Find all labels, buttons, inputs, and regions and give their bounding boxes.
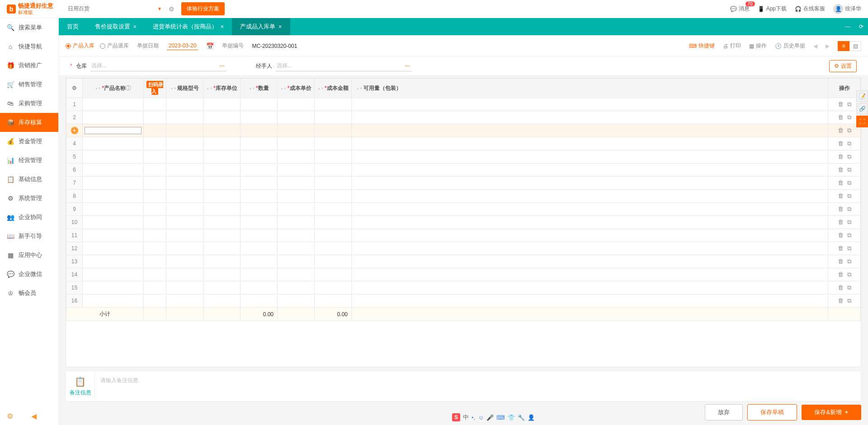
col-product-name[interactable]: ▲▼*产品名称ⓘ (83, 79, 144, 98)
col-available[interactable]: ▲▼可用量（包装） (352, 79, 828, 98)
close-icon[interactable]: × (278, 23, 282, 30)
col-cost-amt[interactable]: ▲▼*成本金额 (315, 79, 352, 98)
cell-unit[interactable] (203, 268, 241, 281)
sidebar-item-inventory[interactable]: 📦库存核算 (0, 113, 58, 132)
cell-unit[interactable] (203, 203, 241, 216)
ime-sogou-icon[interactable]: S (452, 413, 460, 421)
cell-available[interactable] (352, 242, 828, 255)
cell-unit[interactable] (203, 255, 241, 268)
cell-qty[interactable] (241, 216, 278, 229)
lookup-icon[interactable]: ⋯ (219, 63, 225, 69)
cell-amt[interactable] (315, 177, 352, 190)
cell-qty[interactable] (241, 137, 278, 150)
warehouse-input[interactable]: 选择... ⋯ (90, 61, 226, 71)
cell-amt[interactable] (315, 98, 352, 111)
view-card-button[interactable]: ▤ (849, 41, 861, 51)
cell-product-name[interactable] (83, 216, 144, 229)
cell-spec[interactable] (166, 255, 203, 268)
cell-spec[interactable] (166, 150, 203, 163)
cell-scan[interactable] (144, 281, 166, 294)
minimize-icon[interactable]: ― (841, 23, 854, 30)
help-icon[interactable]: ⓘ (126, 85, 131, 91)
delete-row-icon[interactable]: 🗑 (838, 284, 844, 291)
cell-scan[interactable] (144, 190, 166, 203)
copy-row-icon[interactable]: ⧉ (847, 153, 851, 160)
cell-qty[interactable] (241, 203, 278, 216)
add-row-icon[interactable]: + (71, 127, 78, 134)
action-link[interactable]: ▦操作 (749, 42, 767, 50)
cell-qty[interactable] (241, 111, 278, 124)
date-input[interactable]: 2023-03-20 (167, 42, 198, 50)
cell-scan[interactable] (144, 177, 166, 190)
delete-row-icon[interactable]: 🗑 (838, 245, 844, 252)
copy-row-icon[interactable]: ⧉ (847, 192, 851, 199)
online-service-link[interactable]: 🎧 在线客服 (795, 5, 825, 13)
cell-available[interactable] (352, 281, 828, 294)
cell-product-name[interactable] (83, 124, 144, 137)
cell-scan[interactable] (144, 268, 166, 281)
cell-unit[interactable] (203, 177, 241, 190)
cell-scan[interactable] (144, 229, 166, 242)
cell-spec[interactable] (166, 242, 203, 255)
cell-qty[interactable] (241, 177, 278, 190)
table-row[interactable]: 6🗑⧉ (66, 163, 861, 177)
copy-row-icon[interactable]: ⧉ (847, 140, 851, 147)
ime-voice-icon[interactable]: 🎤 (486, 414, 494, 421)
ime-smile-icon[interactable]: ☺ (478, 414, 484, 421)
cell-unit[interactable] (203, 242, 241, 255)
cell-price[interactable] (278, 281, 315, 294)
cell-product-name[interactable] (83, 203, 144, 216)
cell-price[interactable] (278, 163, 315, 177)
cell-unit[interactable] (203, 229, 241, 242)
message-link[interactable]: 💬 消息 70 (730, 5, 750, 13)
cell-unit[interactable] (203, 137, 241, 150)
cell-amt[interactable] (315, 255, 352, 268)
tab-product-inbound[interactable]: 产成品入库单× (232, 18, 290, 35)
cell-qty[interactable] (241, 124, 278, 137)
cell-spec[interactable] (166, 111, 203, 124)
cell-unit[interactable] (203, 281, 241, 294)
float-note-button[interactable]: 📝 (856, 90, 868, 102)
col-spec[interactable]: ▲▼规格型号 (166, 79, 203, 98)
cell-unit[interactable] (203, 111, 241, 124)
cell-amt[interactable] (315, 203, 352, 216)
cell-price[interactable] (278, 255, 315, 268)
close-icon[interactable]: × (133, 23, 137, 30)
cell-available[interactable] (352, 190, 828, 203)
cell-product-name[interactable] (83, 255, 144, 268)
trial-button[interactable]: 体验行业方案 (181, 2, 225, 15)
col-qty[interactable]: ▲▼*数量 (241, 79, 278, 98)
cell-product-name[interactable] (83, 177, 144, 190)
cell-unit[interactable] (203, 163, 241, 177)
cell-scan[interactable] (144, 216, 166, 229)
cell-spec[interactable] (166, 216, 203, 229)
table-row[interactable]: 15🗑⧉ (66, 281, 861, 294)
delete-row-icon[interactable]: 🗑 (838, 219, 844, 225)
sidebar-item-system[interactable]: ⚙系统管理 (0, 189, 58, 208)
sidebar-item-coop[interactable]: 👥企业协同 (0, 208, 58, 227)
cell-available[interactable] (352, 268, 828, 281)
sidebar-item-appcenter[interactable]: ▦应用中心 (0, 246, 58, 265)
cell-unit[interactable] (203, 294, 241, 308)
cell-qty[interactable] (241, 163, 278, 177)
cell-scan[interactable] (144, 242, 166, 255)
cell-amt[interactable] (315, 111, 352, 124)
cell-scan[interactable] (144, 137, 166, 150)
cell-product-name[interactable] (83, 229, 144, 242)
setting-button[interactable]: ⚙ 设置 (829, 60, 857, 72)
cell-spec[interactable] (166, 203, 203, 216)
delete-row-icon[interactable]: 🗑 (838, 297, 844, 304)
table-row[interactable]: 10🗑⧉ (66, 216, 861, 229)
cell-amt[interactable] (315, 190, 352, 203)
save-draft-button[interactable]: 保存草稿 (747, 404, 797, 420)
col-unit[interactable]: ▲▼*库存单位 (203, 79, 241, 98)
cell-product-name[interactable] (83, 150, 144, 163)
discard-button[interactable]: 放弃 (705, 404, 743, 420)
table-row[interactable]: 14🗑⧉ (66, 268, 861, 281)
table-row[interactable]: 7🗑⧉ (66, 177, 861, 190)
gear-icon[interactable]: ⚙ (169, 5, 175, 13)
cell-scan[interactable] (144, 98, 166, 111)
cell-qty[interactable] (241, 150, 278, 163)
cell-available[interactable] (352, 255, 828, 268)
table-row[interactable]: 11🗑⧉ (66, 229, 861, 242)
